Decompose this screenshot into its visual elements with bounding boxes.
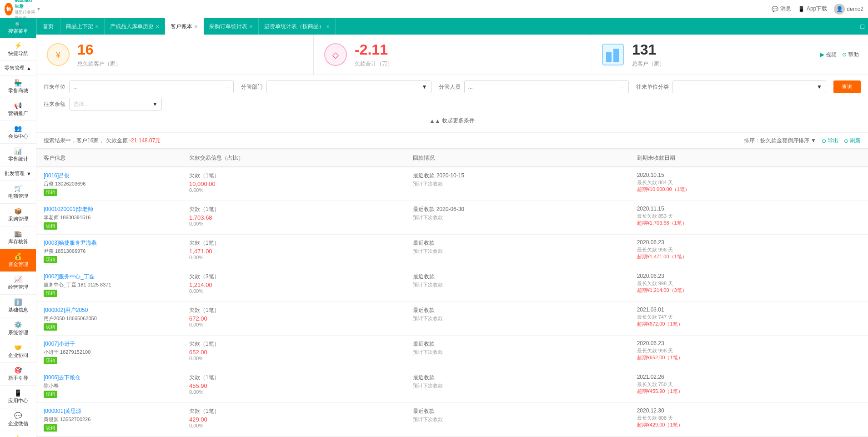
recovery-info-1: 最近收款 2020-06-30 预计下次收款 <box>413 206 637 221</box>
tab-customer-account[interactable]: 客户账本 ✕ <box>165 18 204 35</box>
filter-row-1: 往来单位 ··· 分管部门 ▼ <box>44 80 861 93</box>
customer-name-6[interactable]: [0006]去下粮仓 <box>44 374 189 382</box>
tab-purchase-order[interactable]: 采购订单统计表 ✕ <box>204 18 259 35</box>
stat-card-debtors: ¥ 16 总欠款客户（家） <box>36 35 314 75</box>
main-layout: 🔍 搜索菜单 ⚡ 快捷导航 零售管理 ▲ 🏪 零售商城 📢 营销推广 👥 会 <box>0 18 868 437</box>
col-recovery: 回款情况 <box>413 154 637 162</box>
marketing-icon: 📢 <box>14 102 22 109</box>
filter-area: 往来单位 ··· 分管部门 ▼ <box>36 75 868 132</box>
customer-tag-2: 现销 <box>44 256 57 263</box>
customer-tag-7: 现销 <box>44 424 57 432</box>
help-btn[interactable]: ⊙ 帮助 <box>842 51 859 59</box>
sidebar-item-guide[interactable]: 🎯 新手引导 <box>0 363 36 386</box>
svg-rect-6 <box>613 49 619 62</box>
sidebar-item-wholesale-mgmt[interactable]: 批发管理 ▼ <box>0 166 36 181</box>
export-button[interactable]: ⊙ 导出 <box>822 137 838 145</box>
sidebar-item-quick-nav[interactable]: ⚡ 快捷导航 <box>0 38 36 61</box>
sidebar-item-wechat[interactable]: 💬 企业微信 <box>0 408 36 431</box>
customer-name-4[interactable]: [000002]用户2050 <box>44 306 189 314</box>
svg-text:◇: ◇ <box>332 50 339 60</box>
tab-production-history[interactable]: 产成品入库单历史 ✕ <box>105 18 165 35</box>
customer-name-5[interactable]: [0007]小进干 <box>44 340 189 348</box>
overdue-info-0: 2020.10.15 最长欠款 884 天 超期¥10,000.00（1笔） <box>637 172 861 193</box>
filter-balance: 往来余额 选择... ▼ <box>44 98 162 111</box>
filter-balance-select[interactable]: 选择... ▼ <box>69 98 162 111</box>
customer-info-7: [000001]黄思源 黄思源 13552700226 现销 <box>44 407 189 432</box>
top-bar: 畅 畅捷通好生意 母婴行业演示账套 ▼ 💬 消息 📱 App下载 👤 demo2 <box>0 0 868 18</box>
wholesale-mgmt-label: 批发管理 <box>5 170 25 177</box>
svg-rect-4 <box>602 44 623 65</box>
tab-product-status[interactable]: 商品上下架 ✕ <box>60 18 105 35</box>
tab-expand-btn[interactable]: □ <box>861 23 864 30</box>
tab-close-product-status[interactable]: ✕ <box>95 24 99 29</box>
filter-category-select[interactable]: ▼ <box>672 80 826 93</box>
filter-row-2: 往来余额 选择... ▼ <box>44 98 861 111</box>
sidebar-item-vip[interactable]: ⭐ 畅会员 <box>0 431 36 437</box>
filter-unit-input[interactable]: ··· <box>69 80 234 93</box>
sidebar-item-marketing[interactable]: 📢 营销推广 <box>0 98 36 121</box>
finance-icon: 💰 <box>14 253 22 260</box>
customer-phone-1: 李老师 18600391516 <box>44 214 189 221</box>
table-row: [0001020001]李老师 李老师 18600391516 现销 欠款（1笔… <box>36 201 868 235</box>
sidebar-item-basic-info[interactable]: ℹ️ 基础信息 <box>0 295 36 317</box>
sidebar-item-retail-stats[interactable]: 📊 零售统计 <box>0 144 36 166</box>
sidebar-item-finance[interactable]: 💰 资金管理 <box>0 249 36 272</box>
recovery-info-7: 最近收款 预计下次收款 <box>413 407 637 423</box>
customer-name-0[interactable]: [0016]吕俊 <box>44 172 189 180</box>
sidebar-item-inventory[interactable]: 🏬 库存核算 <box>0 226 36 249</box>
sidebar-item-purchase-mgmt[interactable]: 📦 采购管理 <box>0 204 36 226</box>
sidebar-item-ecommerce[interactable]: 🛒 电商管理 <box>0 181 36 204</box>
company-dropdown-icon[interactable]: ▼ <box>36 6 41 11</box>
table-row: [0007]小进干 小进干 18279152100 现销 欠款（1笔） 652.… <box>36 336 868 369</box>
customer-name-1[interactable]: [0001020001]李老师 <box>44 206 189 213</box>
customer-name-3[interactable]: [0002]服务中心_丁磊 <box>44 273 189 281</box>
customer-tag-1: 现销 <box>44 222 57 230</box>
tab-close-production-history[interactable]: ✕ <box>156 24 159 29</box>
table-row: [0006]去下粮仓 陈小希 现销 欠款（1笔） 455.90 0.00% 最近… <box>36 369 868 403</box>
recovery-info-3: 最近收款 预计下次收款 <box>413 273 637 288</box>
operations-icon: 📈 <box>14 276 22 283</box>
tab-close-purchase-stats[interactable]: ✕ <box>326 24 330 29</box>
unit-search-input[interactable] <box>73 84 225 90</box>
debt-info-7: 欠款（1笔） 429.00 0.00% <box>189 407 413 428</box>
tab-close-purchase-order[interactable]: ✕ <box>249 24 253 29</box>
video-btn[interactable]: ▶ 视频 <box>820 51 837 59</box>
collapse-filter-btn[interactable]: ▲▲ 收起更多条件 <box>44 115 861 126</box>
filter-dept: 分管部门 ▼ <box>241 80 431 93</box>
manager-more-icon: ··· <box>620 84 625 90</box>
message-btn[interactable]: 💬 消息 <box>772 5 791 13</box>
customer-name-7[interactable]: [000001]黄思源 <box>44 407 189 415</box>
customer-phone-2: 尹燕 18513066976 <box>44 248 189 255</box>
tab-purchase-stats[interactable]: 进货单统计表（按商品） ✕ <box>259 18 336 35</box>
sidebar-item-operations[interactable]: 📈 经营管理 <box>0 272 36 295</box>
overdue-info-3: 2020.06.23 最长欠款 998 天 超期¥1,214.00（3笔） <box>637 273 861 294</box>
query-button[interactable]: 查询 <box>833 80 861 93</box>
sidebar-item-app-center[interactable]: 📱 应用中心 <box>0 386 36 408</box>
filter-dept-select[interactable]: ▼ <box>266 80 431 93</box>
sidebar-item-enterprise[interactable]: 🤝 企业协同 <box>0 340 36 363</box>
customer-name-2[interactable]: [0003]畅捷服务尹海燕 <box>44 239 189 247</box>
table-header: 客户信息 欠款交易信息（占比） 回款情况 到期未收款日期 <box>36 150 868 167</box>
user-avatar[interactable]: 👤 demo2 <box>834 4 863 15</box>
sort-dropdown-icon[interactable]: ▼ <box>811 137 816 144</box>
stat-debt-total-info: -2.11 欠款合计（万） <box>355 41 582 68</box>
app-download-btn[interactable]: 📱 App下载 <box>798 5 827 13</box>
sidebar-item-system[interactable]: ⚙️ 系统管理 <box>0 317 36 340</box>
manager-search-input[interactable] <box>468 84 620 90</box>
sidebar-item-retail-mall[interactable]: 🏪 零售商城 <box>0 75 36 98</box>
tab-collapse-btn[interactable]: — <box>851 23 857 30</box>
sidebar-item-member[interactable]: 👥 会员中心 <box>0 121 36 144</box>
stat-total-customers-number: 131 <box>632 41 813 58</box>
col-debt-info: 欠款交易信息（占比） <box>189 154 413 162</box>
table-row: [000001]黄思源 黄思源 13552700226 现销 欠款（1笔） 42… <box>36 403 868 437</box>
filter-manager-input[interactable]: ··· <box>464 80 629 93</box>
recovery-info-6: 最近收款 预计下次收款 <box>413 374 637 389</box>
member-icon: 👥 <box>14 125 22 132</box>
tab-home[interactable]: 首页 <box>36 18 60 35</box>
sidebar-item-retail-mgmt[interactable]: 零售管理 ▲ <box>0 61 36 75</box>
tab-close-customer-account[interactable]: ✕ <box>194 24 198 29</box>
sidebar-search[interactable]: 🔍 搜索菜单 <box>0 18 36 38</box>
debt-info-3: 欠款（3笔） 1,214.00 0.00% <box>189 273 413 294</box>
refresh-button[interactable]: ⊙ 刷新 <box>844 137 861 145</box>
collapse-icon: ▲▲ <box>430 118 441 124</box>
